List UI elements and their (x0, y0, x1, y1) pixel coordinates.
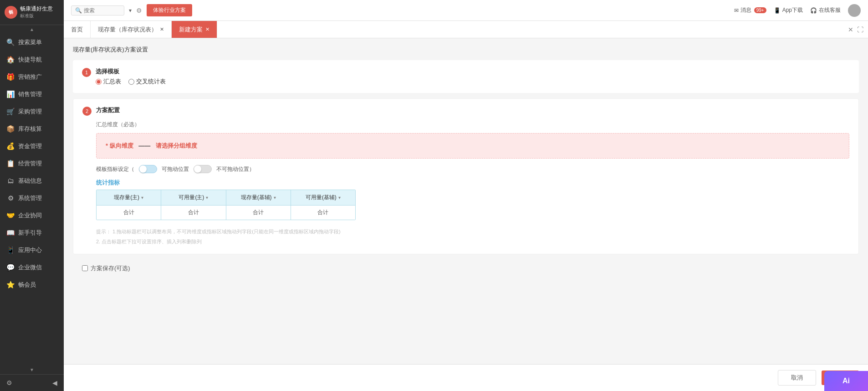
footer-bar: 取消 查询 (64, 364, 868, 391)
stats-header-cell-2[interactable]: 现存量(基辅) ▾ (226, 190, 291, 205)
sidebar: 畅 畅康通好生意 标准版 ▲ 🔍 搜索菜单 🏠 快捷导航 🎁 营销推广 📊 销售… (0, 0, 64, 391)
tab-inventory-label: 现存量（库存状况表） (98, 26, 157, 34)
sidebar-item-label: 新手引导 (18, 229, 42, 237)
dropdown-icon[interactable]: ▾ (129, 7, 132, 14)
sidebar-item-wechat[interactable]: 💬 企业微信 (0, 259, 64, 276)
trial-industry-button[interactable]: 体验行业方案 (147, 4, 192, 16)
sidebar-item-label: 系统管理 (18, 194, 42, 202)
settings-icon[interactable]: ⚙ (6, 379, 12, 386)
dim-vertical-label: * 纵向维度 (106, 142, 133, 149)
page-title: 现存量(库存状况表)方案设置 (73, 46, 859, 54)
logo-icon: 畅 (5, 6, 17, 19)
chevron-down-icon-1[interactable]: ▾ (206, 195, 208, 200)
tab-new-plan[interactable]: 新建方案 ✕ (172, 21, 217, 38)
sidebar-item-label: 基础信息 (18, 177, 42, 185)
chevron-down-icon-0[interactable]: ▾ (141, 195, 143, 200)
sidebar-item-quick-nav[interactable]: 🏠 快捷导航 (0, 51, 64, 68)
box-icon: 📦 (6, 125, 15, 133)
stats-header-cell-3[interactable]: 可用量(基辅) ▾ (291, 190, 355, 205)
message-item[interactable]: ✉ 消息 99+ (734, 6, 766, 14)
dim-placeholder-text: 请选择分组维度 (156, 142, 197, 149)
sidebar-item-label: 采购管理 (18, 108, 42, 116)
chat-icon: 💬 (6, 263, 15, 272)
sidebar-scroll-down[interactable]: ▼ (0, 365, 64, 374)
search-input[interactable] (84, 7, 120, 14)
sidebar-item-finance[interactable]: 💰 资金管理 (0, 138, 64, 155)
chart-icon: 📊 (6, 90, 15, 98)
indicator-setting-label-prefix: 模板指标设定（ (96, 165, 134, 173)
chevron-down-icon-2[interactable]: ▾ (274, 195, 276, 200)
sidebar-item-app-center[interactable]: 📱 应用中心 (0, 242, 64, 259)
mobile-icon: 📱 (6, 246, 15, 254)
stats-header-cell-1[interactable]: 可用量(主) ▾ (161, 190, 226, 205)
save-checkbox-label: 方案保存(可选) (91, 264, 130, 273)
step1-badge: 1 (82, 68, 91, 77)
tabs-bar: 首页 现存量（库存状况表） ✕ 新建方案 ✕ ✕ ⛶ (64, 21, 868, 38)
handshake-icon: 🤝 (6, 211, 15, 220)
radio-summary[interactable]: 汇总表 (96, 77, 121, 86)
draggable-toggle[interactable] (139, 165, 157, 173)
tip-2: 2. 点击标题栏下拉可设置排序、插入列和删除列 (96, 237, 849, 247)
sidebar-item-system[interactable]: ⚙ 系统管理 (0, 190, 64, 207)
topbar-gear-icon[interactable]: ⚙ (136, 7, 142, 14)
stats-header-cell-0[interactable]: 现存量(主) ▾ (97, 190, 161, 205)
chevron-down-icon-3[interactable]: ▾ (338, 195, 341, 200)
folder-icon: 🗂 (6, 177, 15, 185)
close-panel-icon[interactable]: ✕ (848, 26, 853, 33)
stats-table-row: 合计 合计 合计 合计 (97, 205, 355, 220)
topbar-search-box[interactable]: 🔍 (71, 5, 124, 15)
sidebar-item-newbie[interactable]: 📖 新手引导 (0, 224, 64, 242)
tips-section: 提示： 1.拖动标题栏可以调整布局，不可跨维度或指标区域拖动列字段(只能在同一维… (96, 227, 849, 247)
tab-home[interactable]: 首页 (64, 21, 91, 38)
tab-new-plan-close[interactable]: ✕ (205, 26, 209, 32)
save-checkbox[interactable] (82, 265, 88, 271)
logo-badge: 标准版 (20, 13, 53, 19)
sidebar-item-marketing[interactable]: 🎁 营销推广 (0, 68, 64, 86)
step2-badge: 2 (82, 107, 92, 116)
phone-icon: 📱 (774, 7, 781, 14)
stats-section-label: 统计指标 (96, 179, 849, 187)
headset-icon: 🎧 (810, 7, 817, 14)
sidebar-item-label: 经营管理 (18, 159, 42, 168)
search-icon: 🔍 (75, 7, 82, 14)
draggable-label: 可拖动位置 (162, 165, 189, 173)
stats-cell-0-3: 合计 (291, 206, 355, 220)
avatar[interactable] (848, 4, 861, 17)
step2-title: 方案配置 (96, 106, 849, 114)
dim-label: 汇总维度（必选） (96, 121, 849, 129)
sidebar-item-label: 搜索菜单 (18, 38, 42, 46)
gear-icon: ⚙ (6, 194, 15, 202)
collapse-icon[interactable]: ◀ (52, 379, 57, 386)
sidebar-item-enterprise[interactable]: 🤝 企业协同 (0, 207, 64, 224)
sidebar-item-label: 销售管理 (18, 90, 42, 98)
dim-required-box[interactable]: * 纵向维度 —— 请选择分组维度 (96, 133, 849, 159)
sidebar-footer: ⚙ ◀ (0, 374, 64, 391)
sidebar-item-inventory[interactable]: 📦 库存核算 (0, 120, 64, 138)
tab-inventory-close[interactable]: ✕ (160, 26, 164, 32)
sidebar-item-membership[interactable]: ⭐ 畅会员 (0, 276, 64, 293)
sidebar-item-label: 应用中心 (18, 246, 42, 254)
sidebar-item-label: 企业微信 (18, 263, 42, 272)
stats-col-label-1: 可用量(主) (179, 194, 204, 201)
tab-inventory-status[interactable]: 现存量（库存状况表） ✕ (91, 21, 172, 38)
ai-button[interactable]: Ai (824, 371, 868, 391)
undraggable-toggle[interactable] (194, 165, 212, 173)
online-service-item[interactable]: 🎧 在线客服 (810, 6, 841, 14)
sidebar-item-purchase[interactable]: 🛒 采购管理 (0, 103, 64, 120)
expand-panel-icon[interactable]: ⛶ (857, 26, 863, 33)
sidebar-item-sales[interactable]: 📊 销售管理 (0, 86, 64, 103)
sidebar-item-management[interactable]: 📋 经营管理 (0, 155, 64, 172)
radio-cross[interactable]: 交叉统计表 (128, 77, 166, 86)
book-icon: 📖 (6, 229, 15, 237)
radio-cross-label: 交叉统计表 (136, 77, 166, 86)
stats-cell-0-1: 合计 (161, 206, 226, 220)
sidebar-item-search-menu[interactable]: 🔍 搜索菜单 (0, 34, 64, 51)
app-download-item[interactable]: 📱 App下载 (774, 6, 803, 14)
stats-col-label-3: 可用量(基辅) (306, 194, 337, 201)
cancel-button[interactable]: 取消 (778, 370, 816, 386)
sidebar-scroll-up[interactable]: ▲ (0, 25, 64, 34)
sidebar-item-basic-info[interactable]: 🗂 基础信息 (0, 172, 64, 190)
message-icon: ✉ (734, 7, 739, 14)
sidebar-logo: 畅 畅康通好生意 标准版 (0, 0, 64, 25)
step1-section: 1 选择模板 汇总表 交叉统计表 (73, 60, 859, 93)
